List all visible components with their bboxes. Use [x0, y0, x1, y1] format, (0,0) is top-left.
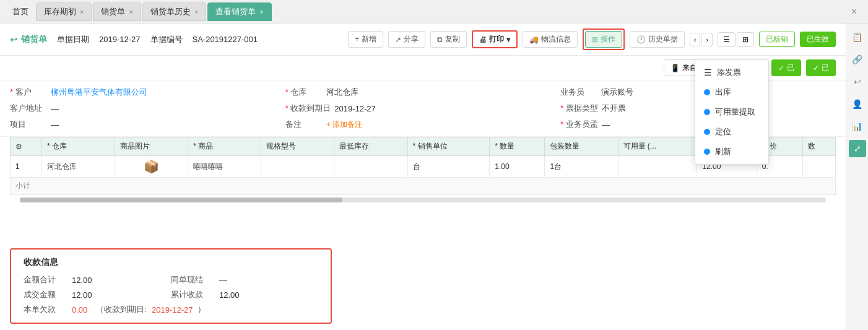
tab-sales-order[interactable]: 销货单 ×: [93, 2, 141, 21]
share-icon: ↗: [395, 35, 401, 44]
warehouse-label: 仓库: [285, 87, 323, 98]
doc-header: ↩ 销货单 单据日期 2019-12-27 单据编号 SA-20191227-0…: [0, 24, 846, 56]
cancel-badge[interactable]: 已核销: [759, 32, 795, 47]
check-icon: ✓: [778, 64, 784, 72]
grid-icon: ⊞: [592, 35, 598, 44]
row-minstock: [334, 156, 407, 178]
copy-icon: ⧉: [437, 35, 443, 44]
truck-icon: 🚚: [529, 35, 539, 44]
date-value: 2019-12-27: [99, 35, 141, 44]
tab-inventory-init[interactable]: 库存期初 ×: [36, 2, 92, 21]
effect-badge[interactable]: 已生效: [800, 32, 836, 47]
cumulative-row: 累计收款 12.00: [171, 289, 318, 300]
locate-label: 定位: [715, 126, 731, 137]
ticket-value: 不开票: [602, 103, 626, 114]
warehouse-row: 仓库 河北仓库: [285, 87, 561, 98]
th-minstock: 最低库存: [334, 137, 407, 156]
history-button[interactable]: 🕐 历史单据: [630, 31, 685, 48]
th-settings[interactable]: ⚙: [11, 137, 42, 156]
total-amount-row: 金额合计 12.00: [24, 274, 171, 285]
dropdown-refresh[interactable]: 刷新: [695, 142, 768, 162]
next-arrow[interactable]: ›: [701, 33, 713, 46]
row-packqty: 1台: [545, 156, 618, 178]
row-sku: [261, 156, 334, 178]
tab-view-sales[interactable]: 查看销货单 ×: [207, 2, 271, 21]
staff-value: 演示账号: [601, 87, 633, 98]
dropdown-locate[interactable]: 定位: [695, 122, 768, 142]
doc-meta: 单据日期 2019-12-27 单据编号 SA-20191227-001: [57, 34, 258, 45]
payment-date-row: 收款到期日 2019-12-27: [285, 103, 561, 114]
customer-value[interactable]: 柳州粤港平安气体有限公司: [51, 87, 147, 98]
doc-title-text: 销货单: [21, 34, 47, 45]
print-button[interactable]: 🖨 打印 ▾: [472, 30, 518, 48]
payment-date-value: 2019-12-27: [334, 104, 376, 113]
close-main-icon[interactable]: ×: [846, 6, 862, 17]
cumulative-value: 12.00: [219, 290, 240, 300]
plus-icon: +: [326, 120, 331, 129]
same-order-value: —: [219, 276, 227, 285]
th-qty: * 数量: [490, 137, 545, 156]
tab-home[interactable]: 首页: [6, 6, 35, 17]
mobile-icon: 📱: [671, 64, 680, 72]
project-label: 项目: [10, 119, 47, 130]
close-tab-inventory[interactable]: ×: [80, 8, 84, 15]
sidebar-icon-1[interactable]: 📋: [849, 28, 866, 46]
close-tab-view[interactable]: ×: [259, 8, 263, 15]
sidebar-icon-3[interactable]: ↩: [849, 73, 866, 90]
close-tab-sales[interactable]: ×: [129, 8, 132, 15]
warehouse-value: 河北仓库: [326, 87, 358, 98]
row-extra: [803, 156, 836, 178]
sidebar-icon-5[interactable]: 📊: [849, 118, 866, 135]
available-qty-label: 可用量提取: [715, 106, 755, 118]
grid-view-btn[interactable]: ⊞: [737, 32, 754, 47]
horizontal-scrollbar[interactable]: [20, 198, 826, 202]
operations-dropdown: ☰ 添发票 出库 可用量提取 定位 刷新: [695, 59, 769, 165]
row-warehouse: 河北仓库: [41, 156, 115, 178]
copy-button[interactable]: ⧉ 复制: [430, 31, 467, 48]
add-remark-btn[interactable]: + 添加备注: [326, 119, 362, 130]
date-label: 单据日期: [57, 34, 89, 45]
dropdown-add-invoice[interactable]: ☰ 添发票: [695, 63, 768, 82]
row-product: 嘻嘻嘻嘻: [188, 156, 261, 178]
th-available: 可用量 (...: [618, 137, 697, 156]
row-qty: 1.00: [490, 156, 545, 178]
project-value: —: [51, 120, 59, 129]
check2-btn[interactable]: ✓ 已: [806, 59, 836, 76]
list-view-btn[interactable]: ☰: [718, 32, 736, 47]
scroll-thumb[interactable]: [20, 198, 342, 202]
product-image: 📦: [144, 160, 159, 173]
doc-icon: ↩: [10, 35, 17, 45]
view-toggle: ☰ ⊞: [718, 32, 754, 47]
same-order-row: 同单现结 —: [171, 274, 318, 285]
logistics-button[interactable]: 🚚 物流信息: [523, 31, 578, 48]
dropdown-available-qty[interactable]: 可用量提取: [695, 102, 768, 122]
address-row: 客户地址 —: [10, 103, 285, 114]
subtotal-label: 小计: [11, 178, 836, 195]
project-row: 项目 —: [10, 119, 285, 130]
dropdown-outbound[interactable]: 出库: [695, 82, 768, 102]
address-label: 客户地址: [10, 103, 47, 114]
tab-sales-history[interactable]: 销货单历史 ×: [142, 2, 206, 21]
sidebar-icon-2[interactable]: 🔗: [849, 51, 866, 68]
available-dot: [704, 109, 710, 115]
history-icon: 🕐: [636, 35, 646, 44]
refresh-dot: [704, 149, 710, 155]
sidebar-icon-expand[interactable]: ⤢: [849, 140, 866, 157]
nav-arrows: ‹ ›: [690, 33, 713, 46]
check-btn[interactable]: ✓ 已: [771, 59, 801, 76]
close-tab-history[interactable]: ×: [194, 8, 198, 15]
share-button[interactable]: ↗ 分享: [388, 31, 425, 48]
payment-grid: 金额合计 12.00 同单现结 — 成交金额 12.00 累计收款 12.00: [24, 274, 318, 315]
sidebar-icon-4[interactable]: 👤: [849, 95, 866, 113]
subtotal-row: 小计: [11, 178, 836, 195]
no-value: SA-20191227-001: [193, 35, 258, 44]
payment-date-label: 收款到期日: [285, 103, 331, 114]
check2-icon: ✓: [813, 64, 819, 72]
outbound-dot: [704, 89, 710, 95]
address-value: —: [51, 104, 59, 113]
new-button[interactable]: + 新增: [348, 31, 383, 48]
operations-button[interactable]: ⊞ 操作: [585, 31, 622, 48]
remark-label: 备注: [285, 119, 323, 130]
payment-box: 收款信息 金额合计 12.00 同单现结 — 成交金额 12.00 累计收款 1…: [10, 248, 332, 324]
prev-arrow[interactable]: ‹: [690, 33, 701, 46]
